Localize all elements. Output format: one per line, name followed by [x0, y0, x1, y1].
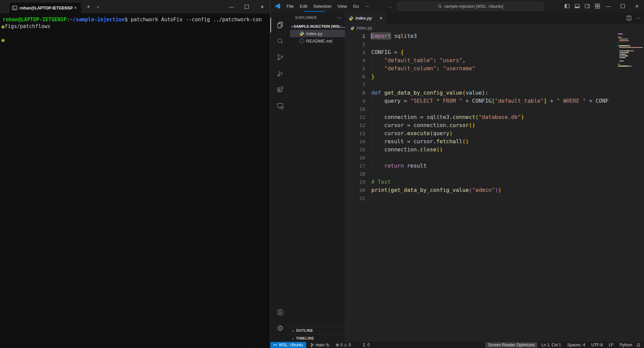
minimap[interactable] [618, 32, 644, 342]
file-label: index.py [306, 31, 322, 36]
code-line-14[interactable]: 14 result = cursor.fetchall() [345, 138, 618, 146]
python-icon [299, 31, 304, 36]
indentation-setting[interactable]: Spaces: 4 [565, 343, 587, 347]
problems-indicator[interactable]: ⊗ 0 ⚠ 0 [333, 343, 353, 347]
editor-more-actions-icon[interactable]: ⋯ [636, 15, 641, 21]
toggle-panel-icon[interactable] [574, 3, 580, 9]
eol-setting[interactable]: LF [607, 343, 616, 347]
code-line-5[interactable]: 5 "default_column": "username" [345, 65, 618, 73]
file-item-readme-md[interactable]: iREADME.md [290, 37, 345, 45]
extensions-icon[interactable] [270, 82, 290, 97]
menu-item-selection[interactable]: Selection [310, 2, 334, 10]
vscode-maximize-button[interactable] [616, 0, 630, 12]
accounts-icon[interactable] [270, 305, 290, 320]
source-control-icon[interactable] [270, 50, 290, 65]
terminal-tab-title: rohan@LAPTOP-IETGENSP: ~/ [20, 6, 73, 10]
terminal-new-tab-button[interactable]: + [84, 0, 93, 14]
bell-icon[interactable] [636, 343, 641, 347]
toggle-secondary-sidebar-icon[interactable] [585, 3, 590, 9]
search-view-icon[interactable] [270, 34, 290, 49]
customize-layout-icon[interactable] [595, 3, 600, 9]
code-line-9[interactable]: 9 query = "SELECT * FROM " + CONFIG["def… [345, 97, 618, 105]
terminal-close-button[interactable]: ✕ [254, 0, 270, 14]
terminal-tab[interactable]: rohan@LAPTOP-IETGENSP: ~/ ✕ [9, 2, 81, 14]
menu-item-view[interactable]: View [334, 2, 350, 10]
ports-indicator[interactable]: 0 [360, 343, 372, 347]
line-number: 13 [345, 131, 365, 136]
explorer-sidebar: EXPLORER ⋯ ∨ SAMPLE-INJECTION [WSL:... i… [290, 12, 345, 342]
menu-item-file[interactable]: File [284, 2, 297, 10]
code-line-1[interactable]: 1import sqlite3 [345, 32, 618, 40]
language-mode[interactable]: Python [618, 343, 634, 347]
line-number: 10 [345, 106, 365, 112]
line-number: 17 [345, 163, 365, 169]
tab-close-icon[interactable]: ✕ [379, 16, 383, 21]
code-editor[interactable]: 1import sqlite323CONFIG = {4 "default_ta… [345, 32, 618, 342]
activity-bar: ⚙ [270, 12, 290, 342]
tab-label: index.py [355, 16, 377, 21]
workspace-section-header[interactable]: ∨ SAMPLE-INJECTION [WSL:... [290, 23, 345, 30]
terminal-tab-close-icon[interactable]: ✕ [73, 5, 78, 11]
warning-icon: ⚠ [344, 343, 347, 347]
sync-icon[interactable]: ↻ [326, 343, 329, 348]
remote-explorer-icon[interactable] [270, 99, 290, 114]
code-line-6[interactable]: 6} [345, 73, 618, 81]
remote-indicator[interactable]: WSL: Ubuntu [270, 342, 306, 348]
vscode-minimize-button[interactable]: — [601, 0, 616, 12]
vscode-close-button[interactable]: ✕ [630, 0, 644, 12]
code-line-7[interactable]: 7 [345, 81, 618, 89]
run-debug-icon[interactable] [270, 66, 290, 81]
explorer-more-icon[interactable]: ⋯ [337, 15, 342, 20]
terminal-line: rohan@LAPTOP-IETGENSP:~/sample-injection… [3, 16, 269, 23]
spinner-icon: ● [2, 38, 4, 43]
code-line-8[interactable]: 8def get_data_by_config_value(value): [345, 89, 618, 97]
code-line-17[interactable]: 17 return result [345, 162, 618, 170]
tab-index-py[interactable]: index.py ✕ [345, 12, 386, 24]
code-line-21[interactable]: 21 [345, 194, 618, 202]
terminal-window: rohan@LAPTOP-IETGENSP: ~/ ✕ + ∨ — ✕ roha… [0, 0, 270, 348]
info-icon: i [299, 39, 304, 43]
terminal-tab-dropdown-icon[interactable]: ∨ [94, 0, 102, 14]
code-line-11[interactable]: 11 connection = sqlite3.connect("databas… [345, 113, 618, 121]
terminal-maximize-button[interactable] [239, 0, 254, 14]
breadcrumb-file: index.py [356, 26, 372, 30]
terminal-minimize-button[interactable]: — [223, 0, 239, 14]
back-arrow-icon[interactable]: ← [388, 3, 393, 9]
split-editor-icon[interactable] [626, 16, 632, 21]
encoding-setting[interactable]: UTF-8 [589, 343, 605, 347]
branch-indicator[interactable]: main ↻ [308, 343, 331, 348]
menu-item-more[interactable]: ⋯ [362, 2, 372, 10]
menu-item-edit[interactable]: Edit [297, 2, 310, 10]
cursor-position[interactable]: Ln 1, Col 1 [539, 343, 563, 347]
terminal-titlebar: rohan@LAPTOP-IETGENSP: ~/ ✕ + ∨ — ✕ [0, 0, 270, 14]
code-line-4[interactable]: 4 "default_table": "users", [345, 56, 618, 65]
code-line-16[interactable]: 16 [345, 154, 618, 162]
breadcrumb[interactable]: index.py [345, 24, 644, 32]
terminal-output[interactable]: rohan@LAPTOP-IETGENSP:~/sample-injection… [3, 16, 269, 348]
outline-panel-header[interactable]: › OUTLINE [290, 326, 345, 334]
code-line-19[interactable]: 19# Test [345, 178, 618, 186]
chevron-right-icon: › [290, 336, 296, 341]
code-line-15[interactable]: 15 connection.close() [345, 146, 618, 154]
explorer-icon[interactable] [270, 18, 290, 32]
code-line-20[interactable]: 20print(get_data_by_config_value("admin"… [345, 186, 618, 194]
radio-tower-icon [362, 343, 366, 347]
file-item-index-py[interactable]: index.py [290, 30, 345, 37]
error-icon: ⊗ [336, 343, 339, 347]
screen-reader-badge[interactable]: Screen Reader Optimized [485, 342, 537, 348]
code-line-2[interactable]: 2 [345, 40, 618, 48]
toggle-sidebar-icon[interactable] [564, 3, 570, 9]
settings-gear-icon[interactable]: ⚙ [270, 321, 290, 336]
command-center-search[interactable]: sample-injection [WSL: Ubuntu] [397, 2, 544, 10]
code-line-18[interactable]: 18 [345, 170, 618, 178]
code-line-10[interactable]: 10 [345, 105, 618, 113]
line-number: 7 [345, 82, 365, 88]
line-number: 2 [345, 42, 365, 47]
code-line-12[interactable]: 12 cursor = connection.cursor() [345, 121, 618, 129]
timeline-panel-header[interactable]: › TIMELINE [290, 334, 345, 342]
menu-item-go[interactable]: Go [350, 2, 362, 10]
line-number: 9 [345, 98, 365, 104]
code-line-3[interactable]: 3CONFIG = { [345, 48, 618, 56]
file-label: README.md [306, 39, 332, 44]
code-line-13[interactable]: 13 cursor.execute(query) [345, 129, 618, 138]
